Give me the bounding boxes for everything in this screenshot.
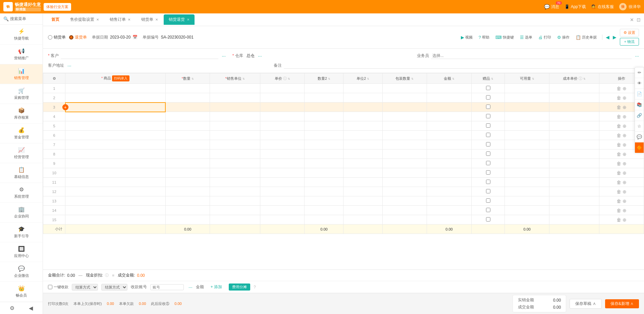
sidebar-search-btn[interactable]: 🔍 搜索菜单: [0, 13, 43, 25]
sales-unit-cell-5[interactable]: [210, 121, 260, 131]
salesperson-input[interactable]: [431, 53, 632, 59]
radio-sales-delivery[interactable]: 销货单: [48, 35, 66, 40]
add-product-btn[interactable]: +: [62, 104, 68, 110]
product-cell-7[interactable]: [65, 140, 166, 149]
sidebar-item-wechat[interactable]: 💬 企业微信: [0, 262, 43, 282]
sales-unit-cell-14[interactable]: [210, 206, 260, 215]
pkg-qty-cell-12[interactable]: [382, 187, 427, 196]
sidebar-item-basic[interactable]: 📋 基础信息: [0, 163, 43, 183]
gift-checkbox-8[interactable]: [486, 151, 490, 156]
qty2-cell-3[interactable]: [305, 103, 343, 112]
cost-price-cell-10[interactable]: [549, 168, 599, 178]
product-cell-12[interactable]: [65, 187, 166, 196]
copy-row-btn-15[interactable]: ⊕: [623, 217, 627, 223]
tab-price-setting[interactable]: 售价提取设置 ✕: [65, 14, 104, 25]
available-qty-cell-5[interactable]: [505, 121, 549, 131]
unit2-cell-1[interactable]: [343, 84, 382, 93]
qty2-cell-15[interactable]: [305, 215, 343, 225]
qty2-cell-4[interactable]: [305, 112, 343, 121]
right-panel-item-eye[interactable]: 👁: [635, 78, 644, 89]
unit-price-cell-10[interactable]: [260, 168, 305, 178]
sales-unit-cell-15[interactable]: [210, 215, 260, 225]
pkg-qty-cell-8[interactable]: [382, 149, 427, 159]
address-ellipsis-btn[interactable]: ···: [67, 63, 71, 68]
copy-row-btn-14[interactable]: ⊕: [623, 208, 627, 213]
delete-row-btn-2[interactable]: 🗑: [616, 95, 621, 101]
qty2-cell-10[interactable]: [305, 168, 343, 178]
delete-row-btn-9[interactable]: 🗑: [616, 161, 621, 166]
unit-price-cell-15[interactable]: [260, 215, 305, 225]
pkg-qty-cell-2[interactable]: [382, 93, 427, 103]
pkg-qty-sort-icon[interactable]: ⇅: [411, 77, 414, 80]
unit-price-cell-11[interactable]: [260, 178, 305, 187]
gift-checkbox-11[interactable]: [486, 180, 490, 184]
sales-unit-cell-6[interactable]: [210, 131, 260, 140]
pkg-qty-cell-9[interactable]: [382, 159, 427, 168]
sales-unit-cell-1[interactable]: [210, 84, 260, 93]
discount-info-icon[interactable]: ⓘ: [105, 273, 109, 278]
unit2-cell-2[interactable]: [343, 93, 382, 103]
pkg-qty-cell-10[interactable]: [382, 168, 427, 178]
qty2-cell-14[interactable]: [305, 206, 343, 215]
amount-cell-7[interactable]: [427, 140, 472, 149]
pkg-qty-cell-11[interactable]: [382, 178, 427, 187]
gift-cell-11[interactable]: [471, 178, 505, 187]
table-settings-icon[interactable]: ⚙: [53, 76, 56, 80]
gift-checkbox-14[interactable]: [486, 208, 490, 212]
maximize-window-icon[interactable]: ⊡: [637, 17, 641, 22]
cost-price-cell-12[interactable]: [549, 187, 599, 196]
sidebar-item-member[interactable]: 👑 畅会员: [0, 282, 43, 302]
unit2-sort-icon[interactable]: ⇅: [367, 77, 369, 80]
pkg-qty-cell-15[interactable]: [382, 215, 427, 225]
delete-row-btn-1[interactable]: 🗑: [616, 86, 621, 91]
right-panel-item-edit[interactable]: ✏: [635, 67, 644, 78]
qty2-sort-icon[interactable]: ⇅: [328, 77, 330, 80]
qty2-cell-6[interactable]: [305, 131, 343, 140]
delete-row-btn-14[interactable]: 🗑: [616, 208, 621, 213]
unit-price-cell-13[interactable]: [260, 196, 305, 206]
right-panel-item-doc[interactable]: 📄: [635, 89, 644, 100]
qty-cell-11[interactable]: [165, 178, 210, 187]
qty-cell-14[interactable]: [165, 206, 210, 215]
unit2-cell-3[interactable]: [343, 103, 382, 112]
onepay-checkbox-label[interactable]: 一键收款: [48, 285, 68, 290]
copy-row-btn-6[interactable]: ⊕: [623, 133, 627, 138]
amount-cell-12[interactable]: [427, 187, 472, 196]
gift-checkbox-6[interactable]: [486, 133, 490, 137]
qty-cell-9[interactable]: [165, 159, 210, 168]
qty2-cell-2[interactable]: [305, 93, 343, 103]
available-qty-cell-12[interactable]: [505, 187, 549, 196]
salesperson-ellipsis-btn[interactable]: ···: [635, 53, 639, 59]
sidebar-item-guide[interactable]: 🎓 新手引导: [0, 223, 43, 242]
prev-page-icon[interactable]: ◀: [606, 35, 609, 40]
close-window-icon[interactable]: ✕: [630, 17, 634, 22]
available-qty-cell-14[interactable]: [505, 206, 549, 215]
copy-row-btn-5[interactable]: ⊕: [623, 123, 627, 129]
qty-cell-12[interactable]: [165, 187, 210, 196]
delete-row-btn-11[interactable]: 🗑: [616, 180, 621, 185]
available-qty-cell-3[interactable]: [505, 103, 549, 112]
sales-unit-cell-13[interactable]: [210, 196, 260, 206]
remark-input[interactable]: [284, 62, 639, 69]
delete-row-btn-15[interactable]: 🗑: [616, 217, 621, 223]
gift-checkbox-7[interactable]: [486, 142, 490, 146]
copy-row-btn-7[interactable]: ⊕: [623, 142, 627, 147]
save-new-btn[interactable]: 保存&新增 ∧: [605, 299, 639, 308]
unit2-cell-14[interactable]: [343, 206, 382, 215]
copy-row-btn-4[interactable]: ⊕: [623, 114, 627, 119]
sales-unit-cell-2[interactable]: [210, 93, 260, 103]
qty-cell-8[interactable]: [165, 149, 210, 159]
gift-checkbox-3[interactable]: [486, 105, 490, 109]
unit-price-info-icon[interactable]: ⓘ: [283, 76, 287, 80]
amount-cell-4[interactable]: [427, 112, 472, 121]
product-input-3[interactable]: [67, 105, 164, 109]
cost-price-sort-icon[interactable]: ⇅: [583, 77, 586, 80]
unit2-cell-9[interactable]: [343, 159, 382, 168]
gift-cell-6[interactable]: [471, 131, 505, 140]
right-panel-item-link[interactable]: 🔗: [635, 110, 644, 121]
calendar-icon[interactable]: 📅: [132, 35, 138, 40]
copy-row-btn-12[interactable]: ⊕: [623, 189, 627, 194]
copy-row-btn-8[interactable]: ⊕: [623, 151, 627, 157]
cost-price-cell-15[interactable]: [549, 215, 599, 225]
gift-checkbox-9[interactable]: [486, 161, 490, 165]
